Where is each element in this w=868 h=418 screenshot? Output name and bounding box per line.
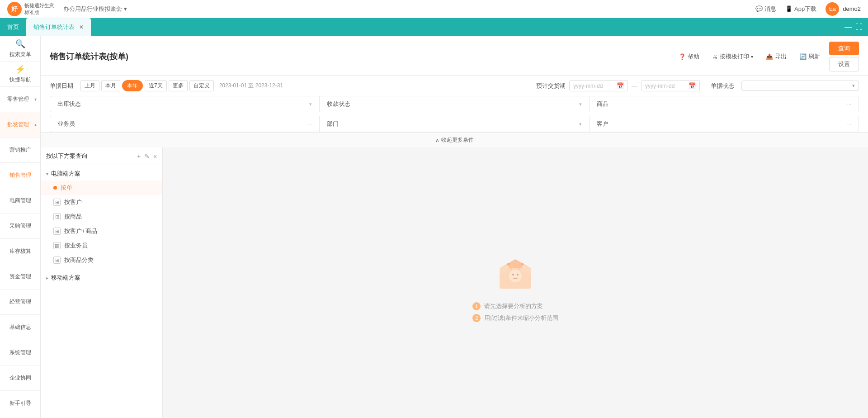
expected-date-start[interactable]: yyyy-mm-dd 📅 [569,80,628,91]
calendar-icon-1: 📅 [617,82,624,89]
svg-point-10 [521,263,524,266]
sidebar-item-purchase[interactable]: 采购管理 [0,214,40,239]
expected-delivery-group: 预计交货期 yyyy-mm-dd 📅 — yyyy-mm-dd 📅 [536,80,700,91]
tab-home[interactable]: 首页 [0,18,26,36]
status-select[interactable]: ▾ [741,81,859,91]
help-button[interactable]: ❓ 帮助 [675,51,703,62]
sidebar-item-wholesale[interactable]: 批发管理 ▴ [0,112,40,138]
topbar-left: 好 畅捷通好生意 标准版 办公用品行业模拟账套 ▾ [7,2,127,16]
empty-state: 1 请先选择要分析的方案 2 用[过滤]条件来缩小分析范围 [472,243,558,322]
salesperson-filter-cell: 业务员 ··· [50,116,320,132]
date-btn-more[interactable]: 更多 [169,80,188,91]
sidebar-item-retail[interactable]: 零售管理 ▾ [0,87,40,112]
sidebar-item-enterprise[interactable]: 企业协同 [0,366,40,391]
refresh-button[interactable]: 🔄 刷新 [796,51,824,62]
sidebar-item-operations[interactable]: 经营管理 [0,290,40,315]
date-btn-this-month[interactable]: 本月 [101,80,120,91]
scheme-item-dot-icon [53,186,57,190]
shipment-arrow-icon: ▾ [309,101,312,107]
scheme-edit-icon[interactable]: ✎ [144,152,150,160]
user-area[interactable]: Ea demo2 [826,2,861,16]
calendar-icon-2: 📅 [689,82,696,89]
payment-arrow-icon: ▾ [579,101,582,107]
scheme-group-pc-title[interactable]: ▾ 电脑端方案 [41,167,162,180]
shortcut-icon: ⚡ [15,64,25,74]
scheme-item-by-goods[interactable]: ⊞ 按商品 [41,209,162,224]
sidebar: 🔍 搜索菜单 ⚡ 快捷导航 零售管理 ▾ 批发管理 ▴ 营销推广 销售管理 [0,36,41,418]
scheme-item-by-salesperson[interactable]: ▦ 按业务员 [41,238,162,253]
scheme-item-by-customer-goods[interactable]: ⊞ 按客户+商品 [41,224,162,238]
empty-tip-2: 2 用[过滤]条件来缩小分析范围 [472,314,558,322]
payment-filter-cell: 收款状态 ▾ [320,96,589,112]
workspace-selector[interactable]: 办公用品行业模拟账套 ▾ [63,5,127,13]
wholesale-arrow-icon: ▴ [34,122,37,127]
collapse-bar[interactable]: ∧ 收起更多条件 [41,132,868,147]
date-btn-last-month[interactable]: 上月 [80,80,99,91]
tab-sales-order-stat[interactable]: 销售订单统计表 ✕ [26,18,91,36]
sidebar-item-marketing[interactable]: 营销推广 [0,138,40,163]
message-icon: 💬 [755,5,763,12]
dept-filter-cell: 部门 ▾ [320,116,589,132]
customer-dots-icon[interactable]: ··· [847,121,851,127]
filter-row-3: 业务员 ··· 部门 ▾ 客户 ··· [50,116,859,132]
sidebar-item-system[interactable]: 系统管理 [0,340,40,366]
goods-dots-icon[interactable]: ··· [847,101,851,107]
salesperson-dots-icon[interactable]: ··· [308,121,312,127]
status-filter-group: 单据状态 ▾ [711,81,859,91]
date-btn-custom[interactable]: 自定义 [189,80,214,91]
sidebar-item-ecommerce[interactable]: 电商管理 [0,188,40,214]
print-icon: 🖨 [712,53,718,60]
date-range-text: 2023-01-01 至 2023-12-31 [219,82,283,90]
print-button[interactable]: 🖨 按模板打印 ▾ [708,51,757,62]
scheme-item-bar-icon: ▦ [53,242,61,249]
tab-maximize-icon[interactable]: ⛶ [855,23,863,31]
svg-point-5 [512,274,514,276]
sidebar-item-apps[interactable]: 应用中心 [0,416,40,418]
date-filter-group: 单据日期 上月 本月 本年 近7天 更多 自定义 2023-01-01 至 20… [50,80,283,91]
messages-button[interactable]: 💬 消息 [755,5,776,13]
tab-minimize-icon[interactable]: — [844,23,852,31]
workspace-arrow-icon: ▾ [124,5,127,12]
svg-point-6 [517,274,519,276]
mobile-group-arrow-icon: ▸ [46,276,48,280]
scheme-header-icons: + ✎ « [137,152,157,160]
status-select-arrow-icon: ▾ [852,83,855,89]
scheme-item-by-customer[interactable]: ⊞ 按客户 [41,195,162,209]
search-icon: 🔍 [15,39,25,49]
status-label: 单据状态 [711,82,738,90]
customer-filter-cell: 客户 ··· [590,116,859,132]
app-download-button[interactable]: 📱 App下载 [785,5,816,13]
dept-label: 部门 [327,120,339,128]
scheme-item-by-order[interactable]: 按单 [41,180,162,195]
app-download-icon: 📱 [785,5,793,12]
scheme-item-by-goods-category[interactable]: ⊞ 按商品分类 [41,253,162,267]
scheme-panel-header: 按以下方案查询 + ✎ « [41,147,162,165]
scheme-group-mobile-title[interactable]: ▸ 移动端方案 [41,271,162,285]
date-btn-last-7[interactable]: 近7天 [145,80,167,91]
sidebar-item-search[interactable]: 🔍 搜索菜单 [0,36,40,62]
sidebar-item-inventory[interactable]: 库存核算 [0,239,40,264]
sidebar-item-shortcut[interactable]: ⚡ 快捷导航 [0,62,40,87]
page-header: 销售订单统计表(按单) ❓ 帮助 🖨 按模板打印 ▾ 📤 导出 [41,36,868,76]
date-btn-this-year[interactable]: 本年 [122,80,143,91]
topbar-right: 💬 消息 📱 App下载 Ea demo2 [755,2,861,16]
scheme-item-grid-icon-1: ⊞ [53,199,61,206]
settings-button[interactable]: 设置 [829,57,859,71]
scheme-item-grid-icon-3: ⊞ [53,228,61,235]
sidebar-item-newbie[interactable]: 新手引导 [0,391,40,416]
print-arrow-icon: ▾ [751,54,753,59]
export-button[interactable]: 📤 导出 [762,51,790,62]
expected-date-end[interactable]: yyyy-mm-dd 📅 [641,80,700,91]
salesperson-label: 业务员 [57,120,75,128]
data-area: 1 请先选择要分析的方案 2 用[过滤]条件来缩小分析范围 [163,147,868,418]
scheme-collapse-icon[interactable]: « [153,152,157,160]
sidebar-item-finance[interactable]: 资金管理 [0,264,40,290]
query-button[interactable]: 查询 [829,42,859,55]
tab-close-icon[interactable]: ✕ [79,24,84,30]
tip-num-1: 1 [472,302,481,310]
scheme-add-icon[interactable]: + [137,152,141,160]
date-filter-label: 单据日期 [50,82,77,90]
sidebar-item-sales[interactable]: 销售管理 [0,163,40,188]
sidebar-item-basics[interactable]: 基础信息 [0,315,40,340]
avatar: Ea [826,2,839,16]
